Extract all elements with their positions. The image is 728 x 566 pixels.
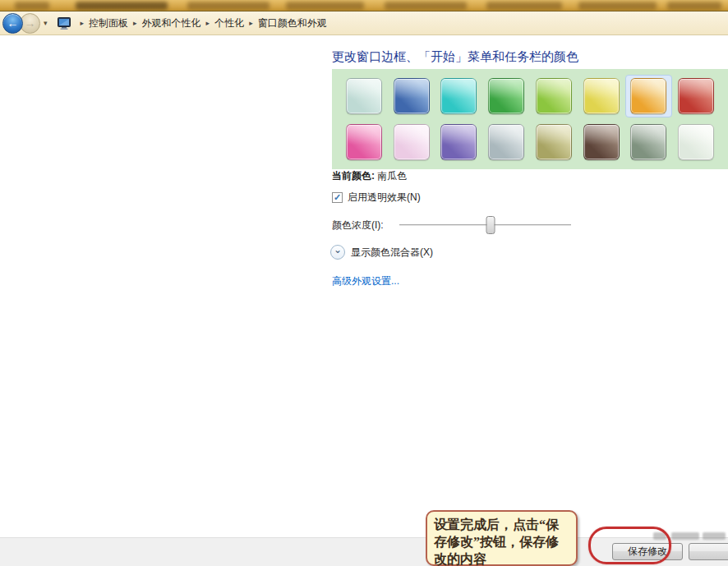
intensity-slider-track[interactable] — [399, 224, 571, 226]
highlight-annotation — [588, 527, 671, 564]
swatch-gloss — [537, 125, 571, 159]
color-swatch[interactable] — [388, 75, 435, 117]
swatch-gloss — [631, 125, 666, 159]
swatch-gloss — [489, 79, 523, 113]
back-button[interactable]: ← — [2, 13, 23, 34]
current-color-value: 南瓜色 — [377, 170, 407, 182]
color-swatch[interactable] — [672, 75, 720, 117]
back-arrow-icon: ← — [7, 16, 19, 30]
watermark-blob — [671, 532, 699, 540]
color-swatch[interactable] — [672, 121, 720, 163]
forward-arrow-icon: → — [25, 16, 36, 30]
color-swatch[interactable] — [340, 121, 388, 163]
intensity-slider-thumb[interactable] — [486, 216, 495, 234]
browser-tab-strip — [0, 0, 728, 12]
blurred-tab — [385, 2, 467, 10]
color-swatch[interactable] — [578, 121, 625, 163]
blurred-tab — [76, 2, 168, 10]
swatch-gloss — [537, 79, 571, 113]
swatch-gloss — [347, 79, 381, 113]
transparency-row: ✓ 启用透明效果(N) — [332, 191, 421, 205]
breadcrumb-separator-icon: ▸ — [133, 19, 137, 27]
color-swatch[interactable] — [435, 121, 483, 163]
color-panel — [332, 69, 728, 169]
blurred-tab — [578, 2, 657, 10]
breadcrumb-item-control-panel[interactable]: 控制面板 — [89, 16, 128, 30]
color-swatch[interactable] — [482, 75, 530, 117]
blurred-tab — [486, 2, 562, 10]
swatch-gloss — [441, 79, 476, 113]
color-mixer-label: 显示颜色混合器(X) — [351, 246, 433, 260]
color-swatch[interactable] — [578, 75, 625, 117]
swatch-gloss — [584, 125, 619, 159]
breadcrumb-separator-icon: ▸ — [81, 19, 85, 27]
swatch-gloss — [584, 79, 619, 113]
color-swatch[interactable] — [530, 75, 578, 117]
color-mixer-expander[interactable]: ⌄ 显示颜色混合器(X) — [330, 245, 433, 260]
blurred-tab — [286, 2, 364, 10]
advanced-settings-link[interactable]: 高级外观设置... — [332, 274, 399, 288]
chevron-down-icon: ⌄ — [330, 245, 345, 260]
color-swatch[interactable] — [625, 121, 673, 163]
blurred-tab — [667, 2, 721, 10]
instruction-callout: 设置完成后，点击“保存修改”按钮，保存修改的内容 — [426, 510, 578, 566]
color-swatch[interactable] — [435, 75, 483, 117]
color-swatch[interactable] — [482, 121, 530, 163]
swatch-gloss — [489, 125, 523, 159]
swatch-gloss — [394, 125, 429, 159]
color-swatch-grid — [340, 75, 720, 163]
swatch-gloss — [347, 125, 381, 159]
transparency-checkbox[interactable]: ✓ — [332, 192, 343, 203]
watermark-blob — [703, 532, 726, 540]
breadcrumb-separator-icon: ▸ — [249, 19, 253, 27]
swatch-gloss — [679, 79, 713, 113]
color-swatch[interactable] — [340, 75, 388, 117]
checkmark-icon: ✓ — [334, 192, 341, 203]
current-color-row: 当前颜色: 南瓜色 — [332, 169, 407, 183]
address-bar: ← → ▾ ▸ 控制面板 ▸ 外观和个性化 ▸ 个性化 ▸ 窗口颜色和外观 — [0, 12, 728, 35]
page-title: 更改窗口边框、「开始」菜单和任务栏的颜色 — [332, 49, 578, 65]
transparency-label: 启用透明效果(N) — [348, 191, 421, 205]
blurred-tab — [15, 2, 49, 10]
swatch-gloss — [441, 125, 476, 159]
color-swatch[interactable] — [530, 121, 578, 163]
intensity-label: 颜色浓度(I): — [332, 219, 384, 232]
display-icon — [58, 17, 72, 30]
swatch-gloss — [394, 79, 429, 113]
swatch-gloss — [679, 125, 713, 159]
secondary-button[interactable] — [689, 543, 728, 560]
color-swatch[interactable] — [388, 121, 435, 163]
swatch-gloss — [631, 79, 666, 113]
recent-pages-dropdown[interactable]: ▾ — [44, 19, 48, 27]
blurred-tab — [187, 2, 270, 10]
current-color-label: 当前颜色: — [332, 170, 375, 182]
breadcrumb-separator-icon: ▸ — [206, 19, 210, 27]
breadcrumb-item-personalization[interactable]: 个性化 — [214, 16, 244, 30]
breadcrumb-item-appearance[interactable]: 外观和个性化 — [142, 16, 201, 30]
breadcrumb-item-window-color[interactable]: 窗口颜色和外观 — [258, 16, 327, 30]
color-swatch[interactable] — [625, 75, 673, 117]
